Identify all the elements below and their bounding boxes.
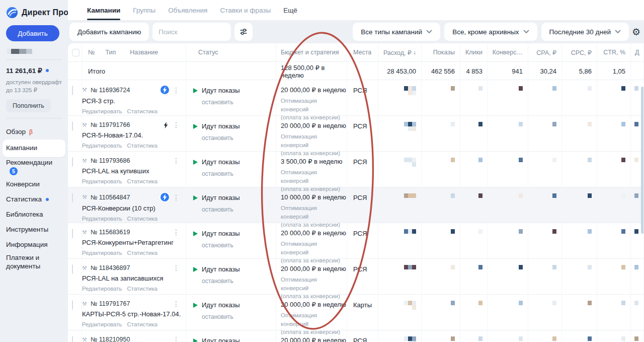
topup-button[interactable]: Пополнить (6, 99, 51, 112)
stop-link[interactable]: остановить (202, 278, 276, 285)
row-action-link[interactable]: Редактировать (82, 321, 122, 327)
header-name[interactable]: Название (130, 49, 158, 56)
row-actions: РедактироватьСтатистика (82, 108, 181, 114)
header-impressions[interactable]: Показы (422, 43, 460, 61)
row-action-link[interactable]: Редактировать (82, 250, 122, 256)
campaign-name[interactable]: КАРТЫ-РСЯ-5 стр.-Новая-17.04. (82, 310, 181, 318)
kebab-menu-icon[interactable]: ⋮ (172, 336, 181, 342)
kebab-menu-icon[interactable]: ⋮ (172, 87, 181, 94)
sidebar-item[interactable]: Библиотека (3, 207, 65, 222)
stop-link[interactable]: остановить (202, 242, 276, 249)
filter-dropdown[interactable]: Последние 30 дней (541, 23, 629, 41)
select-all-checkbox[interactable] (72, 49, 79, 56)
search-input[interactable] (152, 23, 231, 41)
row-action-link[interactable]: Редактировать (82, 286, 122, 292)
brand-logo[interactable]: Директ Про (5, 0, 63, 19)
row-checkbox[interactable] (72, 229, 73, 238)
vertical-scrollbar[interactable] (641, 87, 643, 234)
row-action-link[interactable]: Статистика (127, 178, 157, 184)
sidebar-item[interactable]: Инструменты (3, 222, 65, 237)
header-budget[interactable]: Бюджет и стратегия (276, 43, 347, 61)
kebab-menu-icon[interactable]: ⋮ (172, 121, 181, 128)
kebab-menu-icon[interactable]: ⋮ (172, 300, 181, 307)
sidebar-item[interactable]: Кампании (3, 140, 65, 157)
top-tab[interactable]: Группы (133, 0, 155, 20)
campaign-number[interactable]: № 116936724 (91, 87, 130, 94)
campaign-name[interactable]: РСЯ-5-Новая-17.04. (82, 131, 181, 139)
settings-gear-icon[interactable]: ⚙ (632, 27, 640, 37)
row-action-link[interactable]: Статистика (127, 216, 157, 222)
row-checkbox[interactable] (72, 193, 73, 202)
filter-dropdown[interactable]: Все типы кампаний (353, 23, 440, 41)
header-num[interactable]: № (88, 49, 95, 56)
row-action-link[interactable]: Статистика (127, 286, 157, 292)
sidebar-item[interactable]: Конверсии (3, 177, 65, 192)
header-clicks[interactable]: Клики (460, 43, 488, 61)
header-spend[interactable]: Расход, ₽↓ (378, 43, 422, 61)
stop-link[interactable]: остановить (202, 170, 276, 177)
sort-desc-icon: ↓ (413, 49, 416, 56)
sidebar-item[interactable]: Информация (3, 237, 65, 252)
kebab-menu-icon[interactable]: ⋮ (172, 229, 181, 236)
row-action-link[interactable]: Статистика (127, 108, 157, 114)
sidebar-item[interactable]: Платежи и документы (3, 252, 65, 272)
filter-settings-button[interactable] (234, 23, 253, 41)
campaign-number[interactable]: № 119793686 (91, 157, 130, 164)
add-button[interactable]: Добавить (6, 25, 59, 41)
sidebar-item[interactable]: Обзорβ (3, 124, 65, 140)
kebab-menu-icon[interactable]: ⋮ (172, 264, 181, 271)
row-action-link[interactable]: Статистика (127, 143, 157, 149)
campaign-number[interactable]: № 118436897 (91, 264, 130, 271)
stop-link[interactable]: остановить (202, 99, 276, 106)
campaign-number[interactable]: № 119791767 (91, 300, 130, 307)
redacted-value (519, 336, 523, 342)
campaign-name[interactable]: РСЯ-3 стр. (82, 97, 181, 105)
campaign-number[interactable]: № 118210950 (91, 336, 130, 342)
row-actions: РедактироватьСтатистика (82, 250, 181, 256)
beta-badge: β (29, 128, 33, 136)
sidebar-item[interactable]: Рекомендации5 (3, 157, 65, 177)
row-checkbox[interactable] (72, 336, 73, 342)
row-actions: РедактироватьСтатистика (82, 178, 181, 184)
filter-dropdown[interactable]: Все, кроме архивных (444, 23, 537, 41)
row-action-link[interactable]: Статистика (127, 321, 157, 327)
row-checkbox[interactable] (72, 86, 73, 95)
campaign-name[interactable]: РСЯ-Конверсии (10 стр) (82, 204, 181, 212)
header-cpc[interactable]: CPC, ₽ (562, 43, 597, 61)
row-checkbox[interactable] (72, 157, 73, 167)
campaign-number[interactable]: № 115683619 (91, 229, 130, 236)
row-action-link[interactable]: Редактировать (82, 178, 122, 184)
header-status[interactable]: Статус (186, 43, 276, 61)
bolt-icon (164, 122, 168, 128)
campaign-number[interactable]: № 110564847 (91, 194, 130, 201)
top-tab[interactable]: Ещё (283, 0, 297, 20)
header-type[interactable]: Тип (105, 49, 116, 56)
top-tabbar: КампанииГруппыОбъявленияСтавки и фразыЕщ… (68, 0, 644, 20)
header-income-cut[interactable]: Д (631, 43, 644, 61)
stop-link[interactable]: остановить (202, 134, 276, 142)
top-tab[interactable]: Кампании (87, 0, 120, 20)
top-tab[interactable]: Ставки и фразы (220, 0, 271, 20)
campaign-name[interactable]: РСЯ-LAL на записавшихся (82, 275, 181, 282)
header-ctr[interactable]: CTR, % (597, 43, 631, 61)
row-checkbox[interactable] (72, 121, 73, 131)
header-conversions[interactable]: Конверс… (488, 43, 528, 61)
row-action-link[interactable]: Редактировать (82, 108, 122, 114)
row-checkbox[interactable] (72, 264, 73, 274)
add-campaign-button[interactable]: Добавить кампанию (69, 23, 149, 41)
header-cpa[interactable]: CPA, ₽ (528, 43, 562, 61)
campaign-name[interactable]: РСЯ-Конкуренты+Ретаргетинг (82, 239, 181, 246)
row-action-link[interactable]: Редактировать (82, 143, 122, 149)
header-places[interactable]: Места (347, 43, 378, 61)
row-checkbox[interactable] (72, 300, 73, 310)
stop-link[interactable]: остановить (202, 313, 276, 320)
campaign-number[interactable]: № 119791766 (91, 121, 130, 128)
sidebar-item[interactable]: Статистика (3, 192, 65, 207)
stop-link[interactable]: остановить (202, 206, 276, 213)
row-action-link[interactable]: Редактировать (82, 216, 122, 222)
kebab-menu-icon[interactable]: ⋮ (172, 157, 181, 164)
kebab-menu-icon[interactable]: ⋮ (172, 194, 181, 201)
row-action-link[interactable]: Статистика (127, 250, 157, 256)
top-tab[interactable]: Объявления (168, 0, 207, 20)
campaign-name[interactable]: РСЯ-LAL на купивших (82, 167, 181, 175)
